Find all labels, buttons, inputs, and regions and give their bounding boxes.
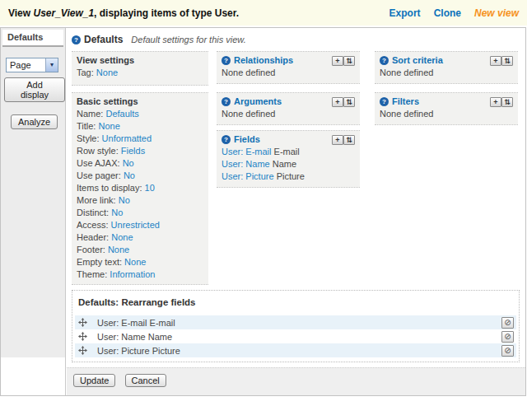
- box-actions: +⇅: [490, 96, 513, 107]
- field-item: User: E-mail E-mail: [222, 146, 355, 158]
- field-label: E-mail: [274, 147, 300, 156]
- setting-value-link[interactable]: Unrestricted: [111, 220, 160, 230]
- add-display-button[interactable]: Add display: [4, 77, 65, 102]
- setting-value-link[interactable]: None: [108, 245, 129, 254]
- title-suffix: , displaying items of type User.: [94, 7, 239, 19]
- arguments-link[interactable]: Arguments: [234, 96, 282, 106]
- setting-value-link[interactable]: None: [99, 121, 120, 131]
- field-link[interactable]: User: E-mail: [222, 147, 272, 156]
- clone-link[interactable]: Clone: [434, 7, 461, 19]
- drag-handle-icon[interactable]: [78, 332, 87, 341]
- display-type-select[interactable]: Page ▾: [6, 58, 58, 72]
- setting-row: Row style: Fields: [77, 145, 203, 157]
- setting-label: Style:: [77, 133, 100, 143]
- view-settings-box: View settings Tag: None: [72, 51, 208, 86]
- setting-value-link[interactable]: No: [123, 158, 134, 168]
- setting-label: Header:: [77, 232, 109, 242]
- setting-label: Theme:: [77, 269, 107, 279]
- setting-value-link[interactable]: Fields: [121, 146, 145, 156]
- setting-label: More link:: [77, 195, 116, 205]
- export-link[interactable]: Export: [389, 7, 421, 19]
- add-icon[interactable]: +: [490, 97, 501, 107]
- fields-link[interactable]: Fields: [234, 134, 260, 144]
- remove-icon[interactable]: ⊘: [501, 317, 514, 329]
- section-title: Defaults: [84, 34, 123, 45]
- setting-row: Distinct: No: [77, 207, 203, 219]
- setting-value-link[interactable]: No: [111, 208, 123, 217]
- setting-value-link[interactable]: None: [111, 232, 133, 242]
- field-link[interactable]: User: Picture: [222, 171, 274, 181]
- rearrange-row: User: Picture Picture ⊘: [75, 343, 516, 357]
- setting-row: Header: None: [77, 231, 203, 244]
- box-actions: +⇅: [490, 55, 513, 66]
- field-label: Picture: [277, 171, 305, 181]
- setting-row: Theme: Information: [77, 268, 203, 281]
- field-link[interactable]: User: Name: [222, 159, 270, 169]
- setting-value-link[interactable]: Information: [110, 269, 155, 279]
- cancel-button[interactable]: Cancel: [125, 374, 166, 387]
- help-icon[interactable]: ?: [222, 97, 231, 106]
- none-defined-text: None defined: [380, 108, 513, 120]
- setting-label: Empty text:: [77, 257, 122, 267]
- none-defined-text: None defined: [222, 108, 355, 120]
- drag-handle-icon[interactable]: [78, 318, 87, 327]
- setting-row: Name: Defaults: [77, 108, 203, 120]
- tab-defaults[interactable]: Defaults: [2, 30, 63, 47]
- setting-value-link[interactable]: Unformatted: [102, 133, 152, 143]
- tag-label: Tag:: [77, 68, 94, 77]
- rearrange-title: Defaults: Rearrange fields: [78, 297, 516, 307]
- views-ui-container: Defaults Page ▾ Add display Analyze ?Def…: [0, 27, 526, 396]
- help-icon[interactable]: ?: [222, 135, 231, 144]
- setting-row: Style: Unformatted: [77, 133, 203, 145]
- add-icon[interactable]: +: [332, 56, 343, 66]
- rearrange-icon[interactable]: ⇅: [343, 56, 355, 66]
- help-icon[interactable]: ?: [72, 35, 81, 44]
- remove-icon[interactable]: ⊘: [501, 331, 514, 343]
- setting-label: Items to display:: [77, 183, 142, 193]
- setting-label: Use pager:: [77, 170, 121, 180]
- filters-link[interactable]: Filters: [392, 96, 419, 106]
- box-actions: +⇅: [332, 134, 355, 145]
- fields-box: ?Fields +⇅ User: E-mail E-mail User: Nam…: [217, 130, 360, 188]
- setting-value-link[interactable]: 10: [145, 183, 155, 193]
- rearrange-icon[interactable]: ⇅: [501, 97, 513, 107]
- field-item: User: Picture Picture: [222, 170, 355, 183]
- help-icon[interactable]: ?: [380, 97, 389, 106]
- title-prefix: View: [8, 7, 33, 19]
- setting-row: Footer: None: [77, 244, 203, 256]
- setting-label: Name:: [77, 109, 103, 119]
- setting-label: Use AJAX:: [77, 158, 120, 168]
- help-icon[interactable]: ?: [222, 56, 231, 65]
- basic-settings-box: Basic settings Name: Defaults Title: Non…: [72, 92, 208, 285]
- setting-value-link[interactable]: None: [124, 257, 146, 267]
- setting-value-link[interactable]: No: [124, 170, 135, 180]
- setting-row: Items to display: 10: [77, 182, 203, 194]
- relationships-box: ?Relationships +⇅ None defined: [217, 51, 360, 84]
- rearrange-icon[interactable]: ⇅: [343, 97, 355, 107]
- rearrange-fields-form: Defaults: Rearrange fields User: E-mail …: [72, 290, 520, 362]
- help-icon[interactable]: ?: [380, 56, 389, 65]
- setting-value-link[interactable]: No: [119, 195, 130, 205]
- setting-row: More link: No: [77, 194, 203, 207]
- rearrange-icon[interactable]: ⇅: [343, 135, 355, 145]
- drag-handle-icon[interactable]: [78, 346, 87, 355]
- rearrange-icon[interactable]: ⇅: [501, 56, 513, 66]
- sort-criteria-link[interactable]: Sort criteria: [392, 55, 443, 65]
- setting-row: Use pager: No: [77, 170, 203, 182]
- setting-label: Footer:: [77, 245, 105, 254]
- update-button[interactable]: Update: [73, 374, 115, 387]
- none-defined-text: None defined: [380, 67, 513, 79]
- box-actions: +⇅: [332, 55, 355, 66]
- tag-setting: Tag: None: [77, 67, 203, 79]
- add-icon[interactable]: +: [332, 135, 343, 145]
- analyze-button[interactable]: Analyze: [11, 114, 58, 129]
- relationships-link[interactable]: Relationships: [234, 55, 293, 65]
- add-icon[interactable]: +: [332, 97, 343, 107]
- box-actions: +⇅: [332, 96, 355, 107]
- remove-icon[interactable]: ⊘: [501, 345, 514, 357]
- sort-criteria-box: ?Sort criteria +⇅ None defined: [375, 51, 518, 84]
- setting-value-link[interactable]: Defaults: [105, 109, 138, 119]
- new-view-link[interactable]: New view: [474, 7, 519, 19]
- add-icon[interactable]: +: [490, 56, 501, 66]
- tag-value-link[interactable]: None: [96, 68, 118, 77]
